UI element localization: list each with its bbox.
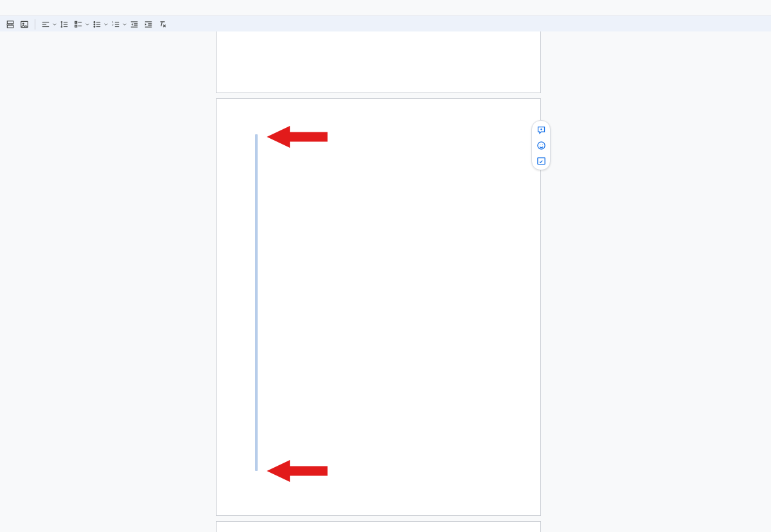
increase-indent-icon: [144, 20, 153, 29]
checklist-dropdown[interactable]: [72, 18, 89, 31]
numbered-list-dropdown[interactable]: 1 2: [109, 18, 127, 31]
document-page[interactable]: [216, 98, 541, 516]
decrease-indent-button[interactable]: [128, 18, 141, 31]
decrease-indent-icon: [130, 20, 139, 29]
text-selection-highlight: [255, 134, 258, 471]
annotation-arrow-top: [267, 126, 328, 148]
line-spacing-button[interactable]: [58, 18, 71, 31]
svg-point-17: [94, 26, 95, 27]
add-reaction-button[interactable]: [533, 137, 549, 153]
svg-point-40: [542, 144, 542, 145]
add-comment-button[interactable]: [533, 122, 549, 137]
svg-rect-1: [7, 25, 13, 28]
annotation-arrow-bottom: [267, 460, 328, 482]
svg-rect-41: [537, 157, 544, 164]
suggest-edits-icon: [536, 156, 546, 166]
formatting-toolbar: 1 2: [0, 15, 771, 33]
numbered-list-icon: 1 2: [111, 20, 120, 29]
document-canvas[interactable]: "Do Not Enter." The sign made it clear t…: [0, 31, 771, 532]
image-icon: [20, 20, 29, 29]
toolbar-separator: [35, 19, 35, 30]
svg-point-16: [94, 24, 95, 25]
page-break-icon: [6, 20, 15, 29]
checklist-icon: [74, 20, 83, 29]
clear-formatting-icon: [158, 20, 167, 29]
svg-rect-13: [75, 25, 77, 27]
app-top-spacer: [0, 0, 771, 15]
bulleted-list-dropdown[interactable]: [91, 18, 108, 31]
svg-rect-0: [7, 21, 13, 23]
svg-point-38: [537, 141, 544, 148]
svg-point-39: [540, 144, 540, 145]
svg-point-15: [94, 21, 95, 22]
previous-page-sliver[interactable]: [216, 31, 541, 93]
chevron-down-icon: [123, 22, 127, 26]
align-dropdown[interactable]: [39, 18, 57, 31]
bulleted-list-icon: [93, 20, 102, 29]
increase-indent-button[interactable]: [142, 18, 155, 31]
chevron-down-icon: [104, 22, 108, 26]
svg-point-4: [22, 22, 24, 24]
line-spacing-icon: [60, 20, 69, 29]
chevron-down-icon: [53, 22, 57, 26]
page-break-button[interactable]: [4, 18, 17, 31]
side-action-pill: [531, 120, 551, 170]
suggest-edits-button[interactable]: [533, 153, 549, 168]
clear-formatting-button[interactable]: [156, 18, 169, 31]
chevron-down-icon: [85, 22, 89, 26]
emoji-icon: [536, 141, 546, 150]
align-left-icon: [41, 20, 50, 29]
svg-text:2: 2: [112, 23, 114, 26]
insert-image-button[interactable]: [18, 18, 31, 31]
add-comment-icon: [536, 125, 546, 135]
next-page-sliver[interactable]: "Do Not Enter." The sign made it clear t…: [216, 521, 541, 532]
